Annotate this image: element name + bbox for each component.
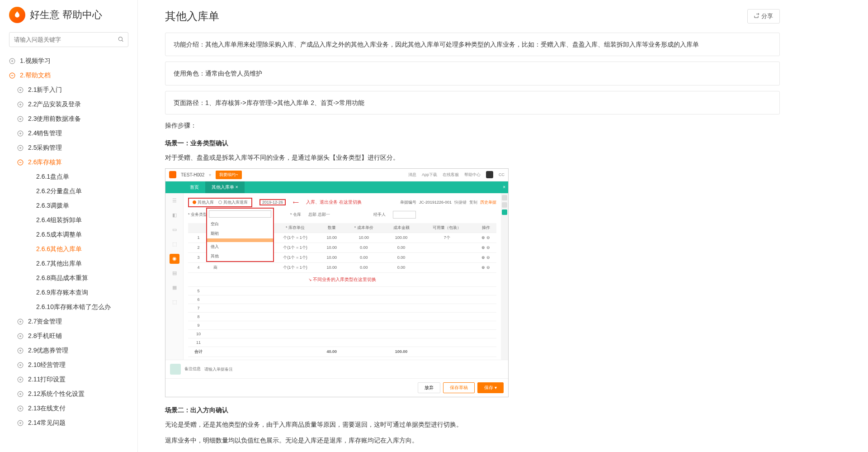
ss-topbar: TEST-H002 ▾ 我要续约~ 消息 App下载 在线客服 帮助中心 CC (165, 169, 508, 181)
ss-nav-icon-active: ◉ (170, 254, 179, 264)
ss-account: TEST-H002 (181, 172, 204, 177)
nav-2-6-5[interactable]: 2.6.5成本调整单 (9, 228, 128, 242)
nav-2-11[interactable]: 2.11打印设置 (9, 372, 128, 387)
ss-dd-item: 期初 (207, 229, 273, 238)
nav-help-docs[interactable]: 2.帮助文档 (9, 68, 128, 83)
nav-label: 2.13在线支付 (28, 404, 66, 413)
share-label: 分享 (761, 12, 773, 20)
ss-nav-icon: ◧ (170, 210, 179, 220)
nav-2-6-1[interactable]: 2.6.1盘点单 (9, 170, 128, 184)
nav-2-5[interactable]: 2.5采购管理 (9, 141, 128, 155)
nav-label: 2.6.7其他出库单 (36, 260, 82, 268)
ss-nav-icon: ⬚ (170, 297, 179, 307)
plus-icon (17, 116, 24, 122)
ss-rp-icon (502, 195, 507, 200)
search-icon[interactable] (118, 36, 124, 43)
plus-icon (17, 130, 24, 137)
nav-label: 2.6.9库存账本查询 (36, 289, 88, 297)
nav-label: 1.视频学习 (20, 57, 51, 65)
nav-2-8[interactable]: 2.8手机旺铺 (9, 329, 128, 343)
ss-toplink: App下载 (422, 172, 437, 178)
path-text: 1、库存核算->库存管理->其他入库单 2、首页->常用功能 (205, 99, 364, 106)
ss-toplink: 帮助中心 (464, 172, 481, 178)
plus-icon (17, 333, 24, 339)
plus-icon (17, 319, 24, 325)
nav-label: 2.6.5成本调整单 (36, 231, 82, 239)
nav-2-6-4[interactable]: 2.6.4组装拆卸单 (9, 213, 128, 228)
role-text: 通常由仓管人员维护 (205, 70, 262, 77)
ss-dd-search (209, 210, 271, 218)
nav-2-6[interactable]: 2.6库存核算 (9, 155, 128, 170)
ss-toplink: 在线客服 (443, 172, 459, 178)
ss-dd-item: 借入 (207, 242, 273, 252)
nav-2-6-3[interactable]: 2.6.3调拨单 (9, 199, 128, 213)
nav-2-6-10[interactable]: 2.6.10库存账本错了怎么办 (9, 300, 128, 314)
minus-icon (17, 159, 24, 166)
ss-nav-icon: ▭ (170, 225, 179, 235)
plus-icon (9, 58, 15, 64)
embedded-screenshot: TEST-H002 ▾ 我要续约~ 消息 App下载 在线客服 帮助中心 CC … (165, 168, 509, 397)
ss-nav-icon: ☰ (170, 196, 179, 206)
nav-2-7[interactable]: 2.7资金管理 (9, 314, 128, 329)
ss-tb-shortcut: 快捷键 (454, 200, 467, 205)
nav-2-1[interactable]: 2.1新手入门 (9, 83, 128, 97)
nav-label: 2.7资金管理 (28, 318, 62, 326)
nav-2-13[interactable]: 2.13在线支付 (9, 401, 128, 416)
nav-2-9[interactable]: 2.9优惠券管理 (9, 343, 128, 358)
ss-save-button: 保存 ▾ (477, 382, 504, 393)
ss-remark-input (204, 367, 504, 371)
nav-2-6-9[interactable]: 2.6.9库存账本查询 (9, 285, 128, 300)
ss-remark-icon (170, 364, 181, 375)
share-button[interactable]: 分享 (747, 9, 780, 24)
svg-line-1 (122, 40, 123, 41)
ss-arrow-icon: ⟵ (293, 200, 299, 205)
nav-2-6-2[interactable]: 2.6.2分量盘点单 (9, 184, 128, 199)
nav-label: 2.4销售管理 (28, 129, 62, 138)
nav-2-4[interactable]: 2.4销售管理 (9, 126, 128, 141)
ss-operator-label: 经手人 (373, 212, 386, 218)
ss-close-icon: × (503, 185, 505, 190)
nav-label: 2.6.2分量盘点单 (36, 187, 82, 195)
ss-warehouse-value: 总部 总部一 (308, 212, 330, 218)
ss-biztype-label: * 业务类型 (188, 212, 207, 218)
ss-docno-label: 单据编号 (400, 200, 416, 205)
ss-cancel-button: 放弃 (418, 382, 440, 393)
ss-leftnav: ☰ ◧ ▭ ⬚ ◉ ▤ ▦ ⬚ (165, 193, 184, 360)
ss-tb-copy: 复制 (469, 200, 477, 205)
ss-rp-icon (502, 202, 507, 208)
sidebar: 好生意 帮助中心 1.视频学习 2.帮助文档 2.1新手入门 2.2产品安装及登… (0, 0, 138, 452)
nav-label: 2.3使用前数据准备 (28, 115, 81, 123)
scene1-title: 场景一：业务类型确认 (165, 139, 780, 147)
ss-warehouse-label: * 仓库 (290, 212, 301, 218)
plus-icon (17, 145, 24, 151)
svg-point-0 (118, 37, 122, 40)
nav-label: 2.6.8商品成本重算 (36, 274, 88, 282)
page-title: 其他入库单 (165, 9, 219, 24)
nav-label: 2.6.1盘点单 (36, 173, 69, 181)
nav-2-14[interactable]: 2.14常见问题 (9, 416, 128, 430)
ss-dd-item: 空白 (207, 219, 273, 229)
nav-label: 2.6.3调拨单 (36, 202, 69, 210)
nav-video-learning[interactable]: 1.视频学习 (9, 54, 128, 68)
intro-text: 其他入库单用来处理除采购入库、产成品入库之外的其他入库业务，因此其他入库单可处理… (205, 41, 699, 48)
ss-tab-home: 首页 (184, 181, 205, 193)
ss-footer: 放弃 保存草稿 保存 ▾ (165, 378, 508, 397)
nav-2-3[interactable]: 2.3使用前数据准备 (9, 112, 128, 126)
nav-2-6-7[interactable]: 2.6.7其他出库单 (9, 257, 128, 271)
search-input[interactable] (9, 32, 128, 47)
nav-2-6-6[interactable]: 2.6.6其他入库单 (9, 242, 128, 257)
scene1-text: 对于受赠、盘盈或是拆装入库等不同的业务，是通过单据头【业务类型】进行区分。 (165, 152, 780, 163)
plus-icon (17, 376, 24, 383)
share-icon (754, 13, 760, 20)
nav-label: 2.10经营管理 (28, 361, 66, 369)
nav-2-2[interactable]: 2.2产品安装及登录 (9, 97, 128, 112)
ss-radio-in: 其他入库 (193, 200, 214, 205)
nav-2-10[interactable]: 2.10经营管理 (9, 358, 128, 372)
nav-2-12[interactable]: 2.12系统个性化设置 (9, 387, 128, 401)
ss-renew-button: 我要续约~ (216, 171, 241, 179)
nav-label: 2.8手机旺铺 (28, 332, 62, 340)
plus-icon (17, 87, 24, 93)
nav-label: 2.12系统个性化设置 (28, 390, 85, 398)
nav-2-6-8[interactable]: 2.6.8商品成本重算 (9, 271, 128, 285)
plus-icon (17, 405, 24, 412)
